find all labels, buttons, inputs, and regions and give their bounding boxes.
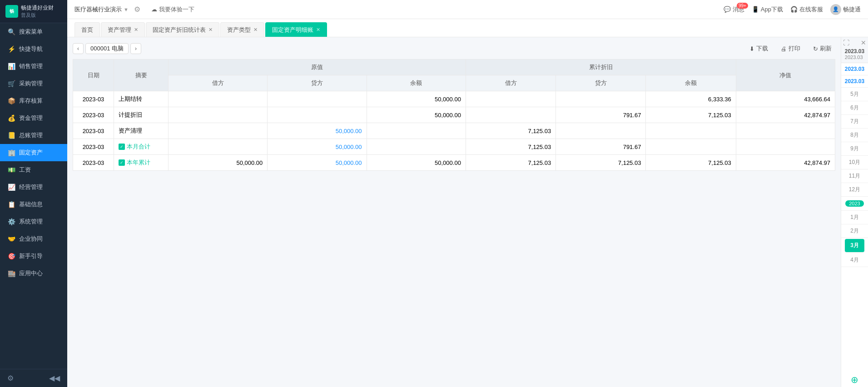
tab-asset-detail[interactable]: 固定资产明细账✕ bbox=[265, 22, 327, 37]
sidebar-item-inventory[interactable]: 📦库存核算 bbox=[0, 92, 67, 109]
logo-text: 畅捷通好业财 普及版 bbox=[21, 5, 54, 18]
tab-close-icon[interactable]: ✕ bbox=[134, 27, 138, 33]
timeline-header: ✕ ⛶ 2023.03 2023.03 bbox=[841, 37, 868, 63]
cell-acc-balance bbox=[646, 139, 736, 155]
tab-label: 资产类型 bbox=[227, 26, 251, 34]
timeline-item-1月[interactable]: 1月 bbox=[841, 211, 868, 224]
timeline-item-11月[interactable]: 11月 bbox=[841, 169, 868, 183]
basic-info-icon: 📋 bbox=[7, 200, 15, 208]
timeline-item-2023.03[interactable]: 2023.03 bbox=[841, 63, 868, 75]
tab-home[interactable]: 首页 bbox=[74, 22, 100, 37]
timeline-item-5月[interactable]: 5月 bbox=[841, 88, 868, 101]
timeline-scroll-down-icon[interactable]: ⊕ bbox=[841, 372, 868, 387]
cell-net-value: 42,874.97 bbox=[736, 155, 835, 171]
sidebar-item-label: 新手引导 bbox=[19, 252, 43, 260]
header-settings-icon[interactable]: ⚙ bbox=[134, 5, 140, 14]
cell-acc-debit: 7,125.03 bbox=[466, 155, 556, 171]
timeline-close-icon[interactable]: ✕ bbox=[861, 39, 866, 46]
timeline-item-10月[interactable]: 10月 bbox=[841, 156, 868, 169]
fixed-assets-icon: 🏢 bbox=[7, 149, 15, 157]
cell-acc-credit: 791.67 bbox=[556, 139, 646, 155]
sidebar-item-operations[interactable]: 📈经营管理 bbox=[0, 179, 67, 196]
cell-orig-credit: 50,000.00 bbox=[268, 155, 367, 171]
sidebar-item-app-center[interactable]: 🏬应用中心 bbox=[0, 265, 67, 282]
tab-close-icon[interactable]: ✕ bbox=[253, 27, 258, 33]
dropdown-arrow-icon: ▼ bbox=[124, 7, 129, 12]
tab-depreciation-stats[interactable]: 固定资产折旧统计表✕ bbox=[146, 22, 219, 37]
operations-icon: 📈 bbox=[7, 183, 15, 191]
cell-orig-debit bbox=[169, 139, 268, 155]
sidebar-item-collaboration[interactable]: 🤝企业协同 bbox=[0, 230, 67, 248]
timeline-item-9月[interactable]: 9月 bbox=[841, 142, 868, 156]
company-selector[interactable]: 医疗器械行业演示 ▼ bbox=[74, 5, 129, 14]
message-icon: 💬 bbox=[724, 6, 731, 13]
collapse-icon[interactable]: ◀◀ bbox=[49, 374, 60, 382]
timeline-item-2月[interactable]: 2月 bbox=[841, 224, 868, 238]
nav-arrows: ‹ 000001 电脑 › bbox=[73, 43, 141, 54]
cell-orig-credit bbox=[268, 91, 367, 107]
guide-icon: 🎯 bbox=[7, 252, 15, 260]
timeline-expand-icon[interactable]: ⛶ bbox=[843, 39, 849, 46]
timeline-item-4月[interactable]: 4月 bbox=[841, 253, 868, 267]
search-icon: 🔍 bbox=[7, 28, 15, 36]
user-profile[interactable]: 👤 畅捷通 bbox=[830, 4, 861, 15]
timeline-item-12月[interactable]: 12月 bbox=[841, 183, 868, 197]
sidebar-item-ledger[interactable]: 📒总账管理 bbox=[0, 127, 67, 144]
col-orig-debit: 借方 bbox=[169, 75, 268, 91]
tab-close-icon[interactable]: ✕ bbox=[316, 27, 320, 33]
sales-icon: 📊 bbox=[7, 62, 15, 70]
sidebar-item-purchase[interactable]: 🛒采购管理 bbox=[0, 75, 67, 92]
experience-button[interactable]: ☁ 我要体验一下 bbox=[151, 5, 194, 14]
download-button[interactable]: ⬇ 下载 bbox=[746, 43, 772, 55]
tabs-bar: 首页资产管理✕固定资产折旧统计表✕资产类型✕固定资产明细账✕ bbox=[67, 19, 868, 37]
tab-label: 固定资产明细账 bbox=[272, 26, 313, 34]
settings-bottom-icon[interactable]: ⚙ bbox=[7, 374, 14, 382]
timeline-item-8月[interactable]: 8月 bbox=[841, 129, 868, 142]
sidebar-item-finance[interactable]: 💰资金管理 bbox=[0, 109, 67, 127]
sidebar-item-guide[interactable]: 🎯新手引导 bbox=[0, 248, 67, 265]
tab-close-icon[interactable]: ✕ bbox=[208, 27, 213, 33]
timeline-item-2023[interactable]: 2023 bbox=[841, 197, 868, 211]
col-accumulated-depreciation: 累计折旧 bbox=[466, 60, 736, 75]
cell-acc-balance: 7,125.03 bbox=[646, 155, 736, 171]
cell-acc-balance: 6,333.36 bbox=[646, 91, 736, 107]
timeline-item-6月[interactable]: 6月 bbox=[841, 101, 868, 115]
print-button[interactable]: 🖨 打印 bbox=[777, 43, 804, 55]
sidebar-item-search[interactable]: 🔍搜索菜单 bbox=[0, 23, 67, 40]
table-row: 2023-03 上期结转 50,000.00 6,333.36 43,666.6… bbox=[73, 91, 835, 107]
next-button[interactable]: › bbox=[130, 43, 141, 54]
download-icon: ⬇ bbox=[749, 45, 754, 52]
sidebar-item-quick-nav[interactable]: ⚡快捷导航 bbox=[0, 40, 67, 58]
sidebar-item-sales[interactable]: 📊销售管理 bbox=[0, 58, 67, 75]
col-acc-credit: 贷方 bbox=[556, 75, 646, 91]
cell-net-value: 43,666.64 bbox=[736, 91, 835, 107]
cell-acc-credit bbox=[556, 91, 646, 107]
sidebar-item-basic-info[interactable]: 📋基础信息 bbox=[0, 196, 67, 213]
sidebar-item-fixed-assets[interactable]: 🏢固定资产 bbox=[0, 144, 67, 161]
cell-net-value bbox=[736, 123, 835, 139]
cell-orig-balance: 50,000.00 bbox=[367, 91, 466, 107]
col-orig-credit: 贷方 bbox=[268, 75, 367, 91]
tab-label: 固定资产折旧统计表 bbox=[153, 26, 206, 34]
logo-icon: 畅 bbox=[5, 5, 18, 18]
timeline-item-2023.03[interactable]: 2023.03 bbox=[841, 75, 868, 88]
sidebar-item-payroll[interactable]: 💵工资 bbox=[0, 161, 67, 179]
app-download-action[interactable]: 📱 App下载 bbox=[752, 5, 783, 14]
cell-orig-debit bbox=[169, 91, 268, 107]
cell-orig-debit bbox=[169, 107, 268, 123]
sidebar-item-system[interactable]: ⚙️系统管理 bbox=[0, 213, 67, 230]
prev-button[interactable]: ‹ bbox=[73, 43, 84, 54]
timeline-item-3月[interactable]: 3月 bbox=[845, 239, 864, 253]
phone-icon: 📱 bbox=[752, 6, 759, 13]
table-row: 2023-03 ✓ 本年累计 50,000.00 50,000.00 50,00… bbox=[73, 155, 835, 171]
refresh-button[interactable]: ↻ 刷新 bbox=[809, 43, 835, 55]
customer-service-action[interactable]: 🎧 在线客服 bbox=[790, 5, 823, 14]
sidebar-item-label: 资金管理 bbox=[19, 114, 43, 122]
tab-asset-mgmt[interactable]: 资产管理✕ bbox=[101, 22, 145, 37]
tab-asset-type[interactable]: 资产类型✕ bbox=[220, 22, 264, 37]
timeline-item-7月[interactable]: 7月 bbox=[841, 115, 868, 129]
purchase-icon: 🛒 bbox=[7, 79, 15, 88]
app-center-icon: 🏬 bbox=[7, 269, 15, 278]
sidebar-item-label: 经营管理 bbox=[19, 183, 43, 191]
message-action[interactable]: 💬 消息 99+ bbox=[724, 5, 744, 14]
